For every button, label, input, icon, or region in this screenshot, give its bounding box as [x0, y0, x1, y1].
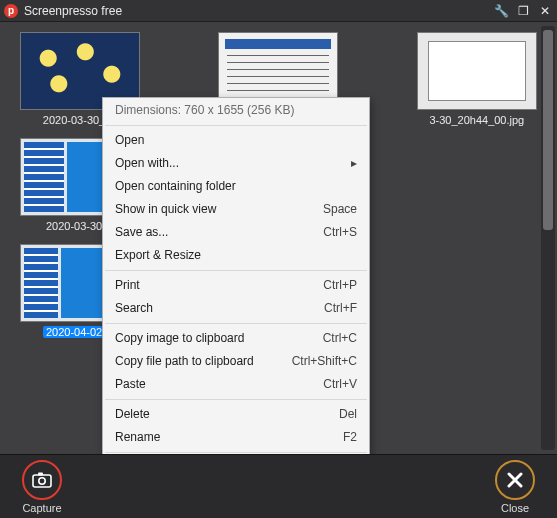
submenu-arrow-icon: ▸ [343, 156, 357, 171]
menu-label: Copy file path to clipboard [115, 354, 284, 369]
menu-separator [105, 323, 367, 324]
gallery: 2020-03-30_20 3-30_20h44_00.jpg 2020-03-… [0, 22, 557, 454]
menu-shortcut: Del [331, 407, 357, 422]
settings-icon[interactable]: 🔧 [493, 4, 509, 18]
app-logo: p [4, 4, 18, 18]
menu-label: Save as... [115, 225, 315, 240]
camera-icon [22, 460, 62, 500]
menu-shortcut: Ctrl+Shift+C [284, 354, 357, 369]
menu-copy-path[interactable]: Copy file path to clipboard Ctrl+Shift+C [103, 350, 369, 373]
menu-label: Open containing folder [115, 179, 357, 194]
menu-delete[interactable]: Delete Del [103, 403, 369, 426]
svg-rect-2 [38, 472, 43, 475]
menu-label: Rename [115, 430, 335, 445]
menu-label: Delete [115, 407, 331, 422]
menu-paste[interactable]: Paste Ctrl+V [103, 373, 369, 396]
capture-button[interactable]: Capture [22, 460, 62, 514]
menu-open-with[interactable]: Open with... ▸ [103, 152, 369, 175]
menu-copy-image[interactable]: Copy image to clipboard Ctrl+C [103, 327, 369, 350]
menu-shortcut: Space [315, 202, 357, 217]
menu-rename[interactable]: Rename F2 [103, 426, 369, 449]
menu-shortcut: Ctrl+F [316, 301, 357, 316]
restore-icon[interactable]: ❐ [515, 4, 531, 18]
thumbnail[interactable]: 3-30_20h44_00.jpg [407, 32, 547, 126]
menu-export-resize[interactable]: Export & Resize [103, 244, 369, 267]
scrollbar[interactable] [541, 26, 555, 450]
menu-separator [105, 399, 367, 400]
menu-quick-view[interactable]: Show in quick view Space [103, 198, 369, 221]
context-menu-header: Dimensions: 760 x 1655 (256 KB) [103, 98, 369, 122]
scrollbar-handle[interactable] [543, 30, 553, 230]
app-title: Screenpresso free [24, 4, 487, 18]
menu-shortcut: Ctrl+C [315, 331, 357, 346]
menu-shortcut: Ctrl+V [315, 377, 357, 392]
menu-label: Print [115, 278, 315, 293]
titlebar: p Screenpresso free 🔧 ❐ ✕ [0, 0, 557, 22]
capture-label: Capture [22, 502, 61, 514]
menu-shortcut: Ctrl+P [315, 278, 357, 293]
menu-separator [105, 125, 367, 126]
menu-label: Search [115, 301, 316, 316]
menu-separator [105, 452, 367, 453]
menu-label: Show in quick view [115, 202, 315, 217]
menu-separator [105, 270, 367, 271]
thumbnail-caption: 3-30_20h44_00.jpg [429, 114, 524, 126]
menu-label: Open [115, 133, 357, 148]
close-x-icon [495, 460, 535, 500]
thumbnail-image [417, 32, 537, 110]
menu-search[interactable]: Search Ctrl+F [103, 297, 369, 320]
menu-open-folder[interactable]: Open containing folder [103, 175, 369, 198]
menu-open[interactable]: Open [103, 129, 369, 152]
menu-label: Export & Resize [115, 248, 357, 263]
menu-shortcut: F2 [335, 430, 357, 445]
menu-save-as[interactable]: Save as... Ctrl+S [103, 221, 369, 244]
close-label: Close [501, 502, 529, 514]
close-button[interactable]: Close [495, 460, 535, 514]
menu-shortcut: Ctrl+S [315, 225, 357, 240]
svg-point-1 [39, 477, 45, 483]
bottom-bar: Capture Close [0, 454, 557, 518]
close-icon[interactable]: ✕ [537, 4, 553, 18]
menu-label: Paste [115, 377, 315, 392]
context-menu: Dimensions: 760 x 1655 (256 KB) Open Ope… [102, 97, 370, 454]
svg-rect-0 [33, 475, 51, 487]
menu-label: Open with... [115, 156, 343, 171]
menu-print[interactable]: Print Ctrl+P [103, 274, 369, 297]
menu-label: Copy image to clipboard [115, 331, 315, 346]
